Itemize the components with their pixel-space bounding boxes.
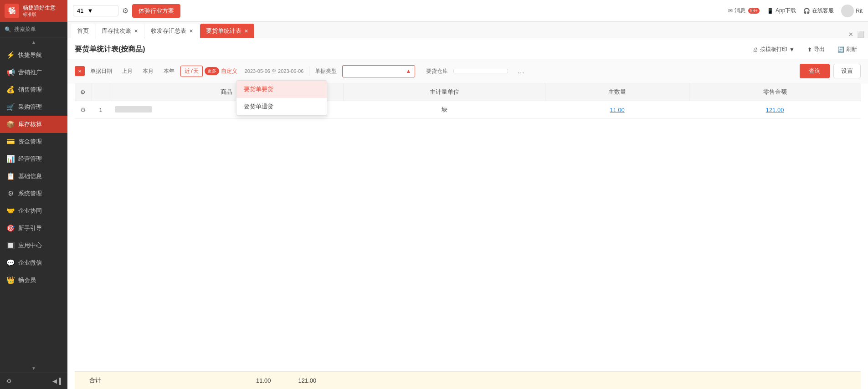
type-filter-arrow: ▲: [406, 68, 411, 74]
sidebar-logo: 畅: [5, 4, 19, 18]
sidebar-item-xitong[interactable]: ⚙ 系统管理: [0, 185, 67, 202]
trial-button[interactable]: 体验行业方案: [132, 4, 180, 18]
sidebar-settings-icon[interactable]: ⚙: [6, 378, 12, 384]
nav-icon-huiyuan: 👑: [6, 276, 15, 284]
service-icon: 🎧: [803, 8, 810, 14]
dropdown-item-yaohuo[interactable]: 要货单要货: [236, 81, 327, 98]
filter-row: » 单据日期 上月 本月 本年 近7天 更多 自定义 2023-05-06 至 …: [67, 59, 868, 83]
date-tab-benyue[interactable]: 本月: [139, 66, 158, 77]
sidebar-brand: 畅捷通好生意 标准版: [23, 5, 56, 18]
table-footer: 合计 11.00 121.00: [75, 371, 861, 389]
tab-close-all-icon[interactable]: ✕: [848, 31, 853, 38]
sidebar-collapse-button[interactable]: ◀▐: [52, 378, 61, 384]
warehouse-filter-select[interactable]: [453, 69, 508, 73]
nav-icon-caigou: 🛒: [6, 103, 15, 111]
date-tab-jin7tian[interactable]: 近7天: [180, 66, 203, 77]
type-filter-select[interactable]: ▲: [342, 65, 415, 77]
sidebar-scroll-down[interactable]: ▼: [0, 363, 67, 373]
table-row: ⚙ 1 块 11.00 121.00: [75, 101, 861, 119]
nav-icon-jingying: 📊: [6, 155, 15, 163]
footer-amount: 121.00: [298, 377, 317, 384]
export-icon: ⬆: [807, 46, 812, 53]
footer-quantity: 11.00: [256, 377, 271, 384]
date-tab-bennian[interactable]: 本年: [159, 66, 179, 77]
topbar: 41 ▼ ⚙ 体验行业方案 ✉ 消息 99+ 📱 App下载 🎧 在线客服 R: [67, 0, 868, 22]
filter-settings-button[interactable]: 设置: [833, 64, 861, 78]
sidebar-item-jichu[interactable]: 📋 基础信息: [0, 168, 67, 185]
topbar-settings-icon[interactable]: ⚙: [122, 6, 128, 15]
sidebar-item-weixin[interactable]: 💬 企业微信: [0, 254, 67, 271]
sidebar-scroll-up[interactable]: ▲: [0, 37, 67, 46]
export-button[interactable]: ⬆ 导出: [804, 44, 828, 55]
search-icon: 🔍: [5, 26, 11, 33]
tab-close-yaohuo-tongji[interactable]: ✕: [244, 28, 248, 34]
app-download-button[interactable]: 📱 App下载: [767, 7, 796, 15]
column-settings-icon[interactable]: ⚙: [80, 89, 86, 96]
app-icon: 📱: [767, 8, 774, 14]
filter-expand-button[interactable]: »: [75, 66, 85, 76]
user-menu[interactable]: Rit: [841, 5, 863, 17]
warehouse-more-icon[interactable]: …: [517, 67, 524, 75]
tab-home[interactable]: 首页: [71, 24, 95, 38]
type-filter-value: [346, 67, 404, 75]
nav-icon-xitong: ⚙: [6, 189, 15, 198]
footer-total-label: 合计: [80, 376, 101, 384]
dropdown-item-tuihuo[interactable]: 要货单退货: [236, 98, 327, 115]
sidebar-item-yingyong[interactable]: 🔲 应用中心: [0, 237, 67, 254]
print-button[interactable]: 🖨 按模板打印 ▼: [749, 44, 798, 55]
sidebar-item-zijin[interactable]: 💳 资金管理: [0, 133, 67, 150]
date-custom-button[interactable]: 自定义: [221, 67, 237, 75]
page-header: 要货单统计表(按商品) 🖨 按模板打印 ▼ ⬆ 导出 🔄 刷新: [67, 38, 868, 59]
topbar-right: ✉ 消息 99+ 📱 App下载 🎧 在线客服 Rit: [728, 5, 863, 17]
tab-yaohuo-tongji[interactable]: 要货单统计表 ✕: [200, 24, 254, 38]
tab-close-kucun-pici[interactable]: ✕: [134, 28, 138, 34]
date-tabs: 上月 本月 本年 近7天 更多 自定义: [118, 66, 237, 77]
sidebar-item-xinshou[interactable]: 🎯 新手引导: [0, 220, 67, 237]
nav-icon-weixin: 💬: [6, 259, 15, 267]
nav-icon-qiye: 🤝: [6, 207, 15, 215]
row-num: 1: [92, 101, 110, 119]
sidebar-item-caigou[interactable]: 🛒 采购管理: [0, 98, 67, 116]
tab-shoufa-huizong[interactable]: 收发存汇总表 ✕: [145, 24, 199, 38]
tab-close-shoufa-huizong[interactable]: ✕: [189, 28, 193, 34]
row-unit: 块: [343, 101, 545, 119]
row-quantity[interactable]: 11.00: [545, 101, 689, 119]
sidebar-item-kuaijie[interactable]: ⚡ 快捷导航: [0, 46, 67, 64]
date-tab-shangyue[interactable]: 上月: [118, 66, 137, 77]
online-service-button[interactable]: 🎧 在线客服: [803, 7, 834, 15]
tab-kucun-pici[interactable]: 库存批次账 ✕: [96, 24, 144, 38]
nav-icon-kucun: 📦: [6, 120, 15, 128]
date-tab-more[interactable]: 更多: [205, 67, 219, 75]
message-icon: ✉: [728, 8, 733, 14]
row-settings-cell: ⚙: [75, 101, 92, 119]
messages-button[interactable]: ✉ 消息 99+: [728, 7, 760, 15]
user-avatar: [841, 5, 854, 17]
sidebar-item-qiye[interactable]: 🤝 企业协同: [0, 202, 67, 220]
row-settings-icon[interactable]: ⚙: [80, 106, 86, 113]
sidebar-item-kucun[interactable]: 📦 库存核算: [0, 116, 67, 133]
col-quantity: 主数量: [545, 83, 689, 101]
nav-icon-kuaijie: ⚡: [6, 51, 15, 59]
topbar-left: 41 ▼ ⚙ 体验行业方案: [73, 4, 724, 18]
row-amount[interactable]: 121.00: [689, 101, 861, 119]
nav-icon-yingxiao: 📢: [6, 68, 15, 77]
sidebar: 畅 畅捷通好生意 标准版 🔍 搜索菜单 ▲ ⚡ 快捷导航 📢 营销推广 💰 销售…: [0, 0, 67, 389]
query-button[interactable]: 查询: [800, 64, 830, 78]
sidebar-item-huiyuan[interactable]: 👑 畅会员: [0, 271, 67, 289]
store-selector[interactable]: 41 ▼: [73, 5, 118, 16]
sidebar-item-yingxiao[interactable]: 📢 营销推广: [0, 64, 67, 81]
refresh-button[interactable]: 🔄 刷新: [834, 44, 861, 55]
type-filter-label: 单据类型: [315, 67, 337, 75]
type-dropdown: 要货单要货 要货单退货: [236, 80, 327, 116]
data-table: ⚙ 商品 主计量单位 主数量 零售金额 ⚙: [75, 83, 861, 119]
nav-icon-jichu: 📋: [6, 172, 15, 180]
product-placeholder: [115, 106, 152, 113]
sidebar-nav: ⚡ 快捷导航 📢 营销推广 💰 销售管理 🛒 采购管理 📦 库存核算 💳 资金管…: [0, 46, 67, 363]
tab-maximize-icon[interactable]: ⬜: [857, 31, 864, 38]
sidebar-item-jingying[interactable]: 📊 经营管理: [0, 150, 67, 168]
sidebar-item-xiaoshou[interactable]: 💰 销售管理: [0, 81, 67, 98]
main-content: 41 ▼ ⚙ 体验行业方案 ✉ 消息 99+ 📱 App下载 🎧 在线客服 R: [67, 0, 868, 389]
warehouse-filter-label: 要货仓库: [426, 67, 448, 75]
sidebar-search[interactable]: 🔍 搜索菜单: [0, 22, 67, 37]
nav-icon-xinshou: 🎯: [6, 224, 15, 232]
